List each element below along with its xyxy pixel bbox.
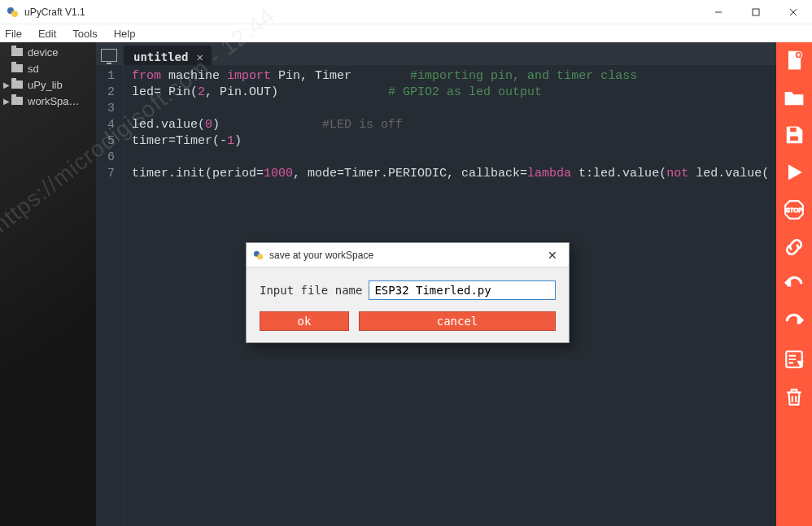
- window-title: uPyCraft V1.1: [24, 7, 700, 18]
- run-button[interactable]: [783, 161, 805, 184]
- menu-file[interactable]: File: [5, 28, 22, 40]
- window-minimize-button[interactable]: [700, 0, 737, 24]
- line-gutter: 1 2 3 4 5 6 7: [96, 65, 124, 526]
- syntax-check-button[interactable]: [783, 348, 805, 371]
- connect-button[interactable]: [783, 236, 805, 259]
- save-file-button[interactable]: [783, 124, 805, 146]
- tree-item-device[interactable]: device: [0, 44, 96, 60]
- clear-button[interactable]: [783, 385, 805, 408]
- filename-label: Input file name: [260, 284, 362, 297]
- tab-label: untitled: [133, 50, 188, 63]
- dialog-logo-icon: [253, 250, 264, 261]
- file-tree-sidebar: device sd ▶uPy_lib ▶workSpa…: [0, 42, 96, 526]
- dialog-title: save at your workSpace: [269, 250, 543, 261]
- editor-tabbar: untitled ✕: [96, 42, 776, 65]
- dialog-titlebar: save at your workSpace ✕: [247, 243, 569, 267]
- folder-icon: [11, 48, 23, 56]
- menu-bar: File Edit Tools Help: [0, 24, 812, 42]
- save-dialog: save at your workSpace ✕ Input file name…: [246, 242, 570, 343]
- menu-tools[interactable]: Tools: [72, 28, 97, 40]
- svg-point-1: [11, 11, 18, 17]
- menu-help[interactable]: Help: [114, 28, 136, 40]
- svg-rect-8: [790, 136, 799, 141]
- window-maximize-button[interactable]: [737, 0, 775, 24]
- tab-close-icon[interactable]: ✕: [196, 50, 203, 63]
- tree-item-workspace[interactable]: ▶workSpa…: [0, 93, 96, 109]
- svg-rect-7: [790, 127, 797, 133]
- svg-rect-3: [753, 9, 759, 15]
- app-logo-icon: [7, 6, 20, 19]
- folder-icon: [11, 97, 23, 105]
- svg-text:STOP: STOP: [786, 206, 803, 214]
- window-close-button[interactable]: [775, 0, 812, 24]
- ok-button[interactable]: ok: [260, 311, 349, 331]
- stop-button[interactable]: STOP: [783, 198, 805, 221]
- folder-icon: [11, 64, 23, 72]
- svg-point-13: [257, 254, 263, 259]
- menu-edit[interactable]: Edit: [38, 28, 56, 40]
- redo-button[interactable]: [783, 311, 805, 333]
- cancel-button[interactable]: cancel: [359, 311, 556, 331]
- tree-item-sd[interactable]: sd: [0, 60, 96, 76]
- new-file-button[interactable]: [783, 49, 805, 72]
- tab-untitled[interactable]: untitled ✕: [124, 46, 212, 65]
- filename-input[interactable]: [369, 280, 556, 300]
- open-file-button[interactable]: [783, 86, 805, 109]
- folder-icon: [11, 80, 23, 89]
- serial-monitor-icon[interactable]: [101, 49, 117, 62]
- tree-item-upy-lib[interactable]: ▶uPy_lib: [0, 76, 96, 93]
- dialog-close-button[interactable]: ✕: [543, 247, 562, 263]
- undo-button[interactable]: [783, 273, 805, 296]
- window-titlebar: uPyCraft V1.1: [0, 0, 812, 24]
- right-toolbar: STOP: [776, 42, 812, 526]
